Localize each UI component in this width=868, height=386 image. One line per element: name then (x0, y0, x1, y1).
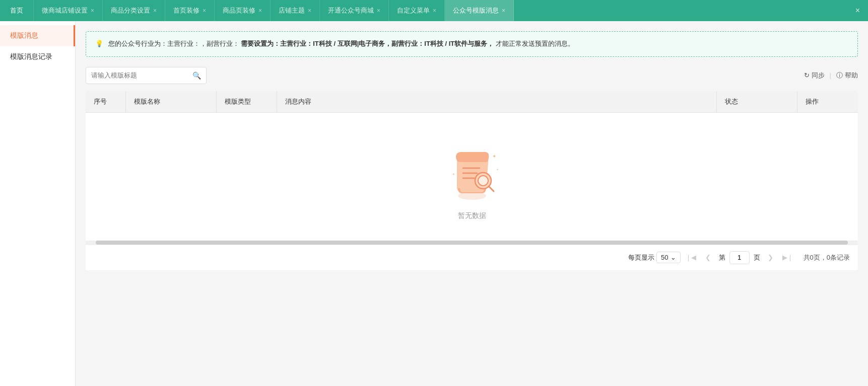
micro-store-label: 微商城店铺设置 (42, 6, 88, 15)
sync-icon: ↻ (804, 71, 810, 79)
total-info: 共0页，0条记录 (804, 253, 850, 262)
search-input[interactable] (91, 71, 192, 79)
product-category-label: 商品分类设置 (111, 6, 150, 15)
table-header: 序号 模版名称 模版类型 消息内容 状态 操作 (86, 91, 858, 113)
product-decor-label: 商品页装修 (223, 6, 255, 15)
col-name: 模版名称 (126, 91, 217, 112)
page-size-value: 50 (661, 254, 668, 261)
content-area: 💡 您的公众号行业为：主营行业：，副营行业： 需要设置为：主营行业：IT科技 /… (76, 21, 868, 386)
tab-home-decor[interactable]: 首页装修 × (165, 0, 215, 21)
prev-page-button[interactable]: ❮ (702, 251, 715, 264)
tab-home[interactable]: 首页 (0, 0, 34, 21)
horizontal-scrollbar[interactable] (86, 241, 858, 245)
close-product-category[interactable]: × (153, 7, 157, 14)
close-custom-menu[interactable]: × (433, 7, 436, 14)
tab-product-decor[interactable]: 商品页装修 × (215, 0, 271, 21)
global-close-button[interactable]: × (847, 6, 868, 15)
svg-text:✦: ✦ (496, 168, 499, 171)
svg-line-6 (489, 186, 494, 191)
tab-product-category[interactable]: 商品分类设置 × (103, 0, 165, 21)
page-size-label: 每页显示 (628, 253, 654, 262)
col-status: 状态 (717, 91, 797, 112)
help-button[interactable]: ⓘ 帮助 (836, 71, 858, 80)
toolbar-divider: | (830, 71, 831, 79)
notice-banner: 💡 您的公众号行业为：主营行业：，副营行业： 需要设置为：主营行业：IT科技 /… (86, 31, 858, 57)
close-home-decor[interactable]: × (203, 7, 206, 14)
toolbar-right: ↻ 同步 | ⓘ 帮助 (804, 71, 858, 80)
sidebar-item-template-record[interactable]: 模版消息记录 (0, 46, 75, 67)
col-index: 序号 (86, 91, 126, 112)
empty-state: ✦ ✦ ✦ 暂无数据 (86, 113, 858, 241)
page-size-box[interactable]: 50 ⌄ (656, 252, 680, 263)
search-bar: 🔍 ↻ 同步 | ⓘ 帮助 (86, 67, 858, 84)
help-label: 帮助 (845, 71, 858, 80)
close-store-theme[interactable]: × (308, 7, 311, 14)
notice-icon: 💡 (95, 40, 103, 47)
custom-menu-label: 自定义菜单 (397, 6, 430, 15)
col-type: 模版类型 (217, 91, 277, 112)
svg-point-5 (478, 176, 488, 186)
page-label-pre: 第 (719, 253, 725, 262)
main-layout: 模版消息 模版消息记录 💡 您的公众号行业为：主营行业：，副营行业： 需要设置为… (0, 21, 868, 386)
search-icon[interactable]: 🔍 (192, 71, 201, 80)
tab-micro-store[interactable]: 微商城店铺设置 × (34, 0, 103, 21)
notice-text-after: 才能正常发送预置的消息。 (496, 40, 574, 47)
empty-illustration: ✦ ✦ ✦ (442, 143, 502, 203)
first-page-button[interactable]: ❘◀ (685, 251, 698, 264)
search-input-wrap: 🔍 (86, 67, 207, 84)
sync-label: 同步 (812, 71, 825, 80)
help-icon: ⓘ (836, 71, 843, 80)
col-action: 操作 (797, 91, 858, 112)
tab-template-msg[interactable]: 公众号模版消息 × (445, 0, 514, 21)
sync-button[interactable]: ↻ 同步 (804, 71, 825, 80)
next-page-button[interactable]: ❯ (764, 251, 777, 264)
svg-text:✦: ✦ (452, 172, 455, 177)
page-size-select: 每页显示 50 ⌄ (628, 252, 680, 263)
page-number-input[interactable] (729, 251, 750, 264)
scroll-thumb[interactable] (96, 241, 848, 245)
col-content: 消息内容 (277, 91, 717, 112)
home-tab-label: 首页 (10, 6, 23, 15)
empty-text: 暂无数据 (458, 211, 486, 220)
page-label-post: 页 (754, 253, 760, 262)
home-decor-label: 首页装修 (173, 6, 199, 15)
tab-store-theme[interactable]: 店铺主题 × (271, 0, 320, 21)
tab-custom-menu[interactable]: 自定义菜单 × (389, 0, 445, 21)
close-product-decor[interactable]: × (258, 7, 262, 14)
tab-open-mall[interactable]: 开通公众号商城 × (320, 0, 389, 21)
sidebar: 模版消息 模版消息记录 (0, 21, 76, 386)
close-open-mall[interactable]: × (377, 7, 380, 14)
sidebar-item-template-message[interactable]: 模版消息 (0, 25, 75, 46)
template-msg-label: 公众号模版消息 (453, 6, 499, 15)
svg-text:✦: ✦ (492, 153, 496, 159)
close-micro-store[interactable]: × (91, 7, 94, 14)
data-table: 序号 模版名称 模版类型 消息内容 状态 操作 (86, 91, 858, 270)
pagination: 每页显示 50 ⌄ ❘◀ ❮ 第 页 ❯ ▶❘ 共0页，0条记录 (86, 245, 858, 270)
close-template-msg[interactable]: × (502, 7, 505, 14)
last-page-button[interactable]: ▶❘ (781, 251, 794, 264)
notice-text-before: 您的公众号行业为：主营行业：，副营行业： (108, 40, 239, 47)
page-size-chevron: ⌄ (671, 254, 676, 261)
store-theme-label: 店铺主题 (279, 6, 305, 15)
notice-text-highlight: 需要设置为：主营行业：IT科技 / 互联网|电子商务，副营行业：IT科技 / I… (241, 40, 494, 47)
tab-bar: 首页 微商城店铺设置 × 商品分类设置 × 首页装修 × 商品页装修 × 店铺主… (0, 0, 868, 21)
open-mall-label: 开通公众号商城 (328, 6, 374, 15)
